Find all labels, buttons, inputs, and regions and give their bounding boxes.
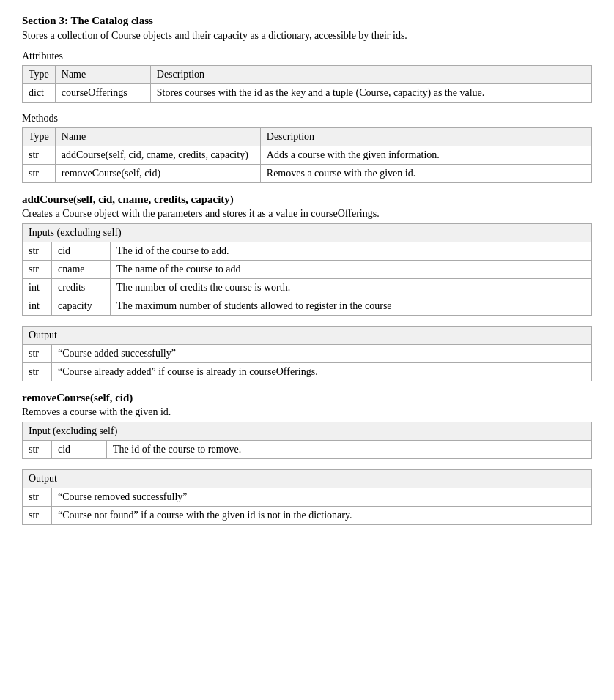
method-name-1: removeCourse(self, cid) — [55, 165, 260, 183]
attr-col-type: Type — [23, 66, 56, 84]
input-type-3: int — [23, 297, 52, 316]
section-description: Stores a collection of Course objects an… — [22, 30, 592, 42]
remove-input-desc-0: The id of the course to remove. — [107, 441, 592, 459]
removecourse-desc: Removes a course with the given id. — [22, 406, 592, 418]
input-desc-3: The maximum number of students allowed t… — [111, 297, 592, 316]
addcourse-outputs-table: Output str “Course added successfully” s… — [22, 326, 592, 381]
output-val-0: “Course added successfully” — [52, 345, 592, 363]
addcourse-inputs-header: Inputs (excluding self) — [23, 224, 592, 242]
removecourse-inputs-table: Input (excluding self) str cid The id of… — [22, 422, 592, 459]
addcourse-title: addCourse(self, cid, cname, credits, cap… — [22, 193, 592, 206]
removecourse-outputs-header: Output — [23, 470, 592, 488]
table-row: int credits The number of credits the co… — [23, 279, 592, 297]
methods-label: Methods — [22, 113, 592, 124]
output-type-0: str — [23, 345, 52, 363]
table-row: dict courseOfferings Stores courses with… — [23, 84, 592, 103]
remove-output-type-1: str — [23, 507, 52, 525]
remove-input-name-0: cid — [52, 441, 107, 459]
remove-output-val-1: “Course not found” if a course with the … — [52, 507, 592, 525]
attr-col-name: Name — [55, 66, 150, 84]
input-type-1: str — [23, 261, 52, 279]
attributes-label: Attributes — [22, 51, 592, 62]
method-col-type: Type — [23, 128, 56, 146]
remove-input-type-0: str — [23, 441, 52, 459]
addcourse-desc: Creates a Course object with the paramet… — [22, 208, 592, 220]
method-col-desc: Description — [260, 128, 591, 146]
remove-output-type-0: str — [23, 488, 52, 507]
input-desc-0: The id of the course to add. — [111, 242, 592, 261]
removecourse-outputs-table: Output str “Course removed successfully”… — [22, 469, 592, 525]
methods-table: Type Name Description str addCourse(self… — [22, 127, 592, 183]
removecourse-inputs-header: Input (excluding self) — [23, 422, 592, 441]
input-name-0: cid — [52, 242, 111, 261]
table-row: str cname The name of the course to add — [23, 261, 592, 279]
method-desc-1: Removes a course with the given id. — [260, 165, 591, 183]
removecourse-title: removeCourse(self, cid) — [22, 392, 592, 404]
section-title: Section 3: The Catalog class — [22, 15, 592, 27]
table-row: int capacity The maximum number of stude… — [23, 297, 592, 316]
table-row: str removeCourse(self, cid) Removes a co… — [23, 165, 592, 183]
input-desc-1: The name of the course to add — [111, 261, 592, 279]
table-row: str “Course added successfully” — [23, 345, 592, 363]
input-name-1: cname — [52, 261, 111, 279]
attr-col-desc: Description — [150, 66, 591, 84]
table-row: str cid The id of the course to add. — [23, 242, 592, 261]
method-type-1: str — [23, 165, 56, 183]
output-val-1: “Course already added” if course is alre… — [52, 363, 592, 381]
input-name-2: credits — [52, 279, 111, 297]
table-row: str addCourse(self, cid, cname, credits,… — [23, 146, 592, 165]
input-name-3: capacity — [52, 297, 111, 316]
input-type-2: int — [23, 279, 52, 297]
table-row: str cid The id of the course to remove. — [23, 441, 592, 459]
table-row: str “Course not found” if a course with … — [23, 507, 592, 525]
method-type-0: str — [23, 146, 56, 165]
remove-output-val-0: “Course removed successfully” — [52, 488, 592, 507]
addcourse-inputs-table: Inputs (excluding self) str cid The id o… — [22, 223, 592, 316]
input-type-0: str — [23, 242, 52, 261]
addcourse-outputs-header: Output — [23, 327, 592, 345]
table-row: str “Course already added” if course is … — [23, 363, 592, 381]
method-name-0: addCourse(self, cid, cname, credits, cap… — [55, 146, 260, 165]
attr-desc: Stores courses with the id as the key an… — [150, 84, 591, 103]
table-row: str “Course removed successfully” — [23, 488, 592, 507]
output-type-1: str — [23, 363, 52, 381]
attr-name: courseOfferings — [55, 84, 150, 103]
method-col-name: Name — [55, 128, 260, 146]
attributes-table: Type Name Description dict courseOfferin… — [22, 65, 592, 103]
method-desc-0: Adds a course with the given information… — [260, 146, 591, 165]
input-desc-2: The number of credits the course is wort… — [111, 279, 592, 297]
attr-type: dict — [23, 84, 56, 103]
